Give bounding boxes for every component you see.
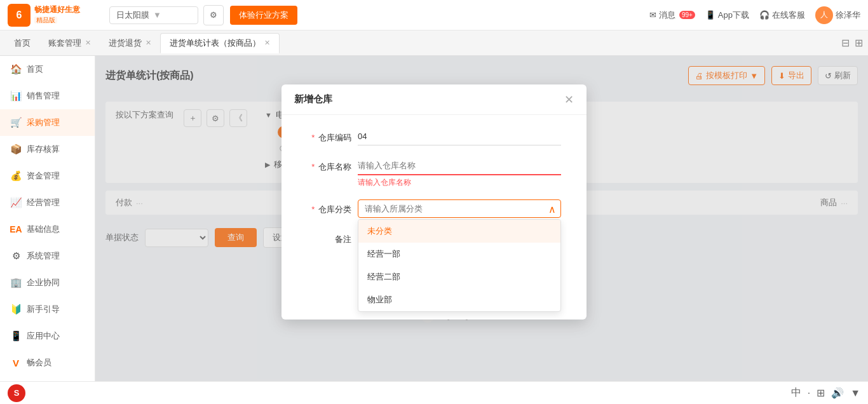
- form-row-code: * 仓库编码: [307, 128, 561, 145]
- experience-button[interactable]: 体验行业方案: [230, 6, 297, 25]
- tab-purchase-return[interactable]: 进货退货 ✕: [100, 33, 160, 53]
- guide-icon: 🔰: [10, 304, 22, 315]
- sidebar-item-apps[interactable]: 📱 应用中心: [0, 323, 95, 349]
- sidebar-home-label: 首页: [27, 64, 43, 75]
- tab-account-label: 账套管理: [48, 37, 81, 49]
- category-control: ∧ 未分类 经营一部 经营二部 物业部: [358, 199, 561, 218]
- tab-home-label: 首页: [14, 37, 31, 49]
- headset-icon: 🎧: [759, 10, 770, 20]
- sidebar-item-finance[interactable]: 💰 资金管理: [0, 163, 95, 189]
- sidebar-inventory-label: 库存核算: [27, 144, 60, 155]
- tab-home[interactable]: 首页: [5, 33, 39, 53]
- sidebar-item-system[interactable]: ⚙ 系统管理: [0, 243, 95, 269]
- sidebar-item-basic-info[interactable]: EA 基础信息: [0, 216, 95, 243]
- user-item[interactable]: 人 徐泽华: [815, 6, 860, 24]
- sidebar-enterprise-label: 企业协同: [27, 277, 60, 288]
- tab-purchase-stat-label: 进货单统计表（按商品）: [170, 37, 261, 49]
- finance-icon: 💰: [10, 170, 22, 182]
- sidebar-guide-label: 新手引导: [27, 304, 60, 315]
- tab-bar: 首页 账套管理 ✕ 进货退货 ✕ 进货单统计表（按商品） ✕ ⊟ ⊞: [0, 30, 868, 56]
- sidebar: 🏠 首页 📊 销售管理 🛒 采购管理 📦 库存核算 💰 资金管理 📈 经营管理 …: [0, 56, 95, 404]
- top-header: 6 畅捷通好生意 精品版 日太阳膜 ▼ ⚙ 体验行业方案 ✉ 消息 99+ 📱 …: [0, 0, 868, 30]
- query-button[interactable]: 查询: [215, 228, 257, 247]
- print-icon: 🖨: [695, 71, 703, 81]
- name-error-msg: 请输入仓库名称: [358, 177, 561, 188]
- category-label: * 仓库分类: [307, 199, 358, 215]
- sidebar-item-operation[interactable]: 📈 经营管理: [0, 189, 95, 216]
- modal-body: * 仓库编码 * 仓库名称 请输入仓库名称 * 仓库分类: [281, 115, 587, 271]
- sidebar-operation-label: 经营管理: [27, 197, 60, 208]
- footer-zh-icon[interactable]: 中: [791, 386, 801, 400]
- sidebar-item-inventory[interactable]: 📦 库存核算: [0, 136, 95, 163]
- name-input[interactable]: [358, 157, 561, 175]
- sidebar-item-sales[interactable]: 📊 销售管理: [0, 83, 95, 109]
- category-select-wrapper: ∧: [358, 199, 561, 218]
- basic-info-icon: EA: [10, 224, 22, 235]
- brand-name: 畅捷通好生意 精品版: [34, 5, 80, 25]
- online-service-item[interactable]: 🎧 在线客服: [759, 10, 805, 21]
- inventory-icon: 📦: [10, 144, 22, 155]
- dropdown-item-uncategorized[interactable]: 未分类: [358, 220, 560, 243]
- notification-badge: 99+: [679, 11, 695, 19]
- apps-icon: 📱: [10, 330, 22, 342]
- close-tab-purchase-stat[interactable]: ✕: [264, 39, 270, 47]
- dropdown-item-dept2[interactable]: 经营二部: [358, 266, 560, 288]
- export-icon: ⬇: [778, 71, 785, 81]
- dropdown-item-dept3[interactable]: 物业部: [358, 288, 560, 311]
- payment-label: 付款: [116, 197, 132, 208]
- sidebar-item-enterprise[interactable]: 🏢 企业协同: [0, 269, 95, 296]
- dropdown-item-dept1[interactable]: 经营一部: [358, 243, 560, 266]
- payment-filter: 付款 ···: [116, 197, 143, 208]
- settings-button[interactable]: ⚙: [203, 5, 224, 25]
- app-download-item[interactable]: 📱 App下载: [705, 10, 749, 21]
- sidebar-item-membership[interactable]: V 畅会员: [0, 349, 95, 376]
- user-avatar: 人: [815, 6, 833, 24]
- name-label: * 仓库名称: [307, 157, 358, 173]
- tree-arrow: ▼: [265, 111, 272, 119]
- message-icon: ✉: [649, 10, 656, 20]
- message-item[interactable]: ✉ 消息 99+: [649, 10, 695, 21]
- app-logo-icon: 6: [8, 4, 31, 27]
- store-selector[interactable]: 日太阳膜 ▼: [109, 6, 198, 24]
- footer-arrow-icon[interactable]: ▼: [850, 387, 860, 399]
- close-tab-purchase-return[interactable]: ✕: [146, 39, 151, 47]
- phone-icon: 📱: [705, 10, 715, 20]
- sidebar-item-home[interactable]: 🏠 首页: [0, 56, 95, 83]
- tab-account[interactable]: 账套管理 ✕: [39, 33, 100, 53]
- footer-sound-icon[interactable]: 🔊: [831, 387, 844, 399]
- export-button[interactable]: ⬇ 导出: [771, 66, 811, 85]
- add-scheme-btn[interactable]: ＋: [184, 109, 201, 127]
- bill-status-select[interactable]: [145, 229, 208, 247]
- username-label: 徐泽华: [836, 10, 860, 21]
- form-row-name: * 仓库名称 请输入仓库名称: [307, 157, 561, 188]
- filter-scheme-label: 按以下方案查询: [116, 109, 173, 121]
- tab-bar-actions: ⊟ ⊞: [841, 37, 863, 49]
- filter-actions: ＋ ⚙ 《: [184, 109, 247, 127]
- modal-close-button[interactable]: ✕: [564, 94, 574, 105]
- close-tab-account[interactable]: ✕: [85, 39, 91, 47]
- footer-grid-icon[interactable]: ⊞: [817, 387, 825, 399]
- code-control: [358, 128, 561, 145]
- sidebar-membership-label: 畅会员: [27, 357, 51, 368]
- sales-icon: 📊: [10, 90, 22, 102]
- page-title: 进货单统计(按商品): [105, 69, 194, 83]
- category-input[interactable]: [358, 199, 561, 218]
- sidebar-purchase-label: 采购管理: [27, 117, 60, 128]
- print-dropdown-arrow: ▼: [750, 71, 758, 81]
- note-label: 备注: [307, 229, 358, 245]
- name-control: 请输入仓库名称: [358, 157, 561, 188]
- operation-icon: 📈: [10, 197, 22, 208]
- collapse-scheme-btn[interactable]: 《: [229, 109, 247, 127]
- refresh-button[interactable]: ↺ 刷新: [818, 66, 858, 85]
- header-right: ✉ 消息 99+ 📱 App下载 🎧 在线客服 人 徐泽华: [649, 6, 860, 24]
- tab-purchase-stat[interactable]: 进货单统计表（按商品） ✕: [160, 33, 280, 53]
- sidebar-sales-label: 销售管理: [27, 90, 60, 102]
- print-button[interactable]: 🖨 按模板打印 ▼: [688, 66, 765, 85]
- code-input[interactable]: [358, 128, 561, 145]
- tab-collapse-icon[interactable]: ⊟: [841, 37, 850, 49]
- sidebar-item-purchase[interactable]: 🛒 采购管理: [0, 109, 95, 136]
- sidebar-item-guide[interactable]: 🔰 新手引导: [0, 296, 95, 323]
- tab-expand-icon[interactable]: ⊞: [855, 37, 863, 49]
- edit-scheme-btn[interactable]: ⚙: [207, 109, 224, 127]
- tab-purchase-return-label: 进货退货: [109, 37, 142, 49]
